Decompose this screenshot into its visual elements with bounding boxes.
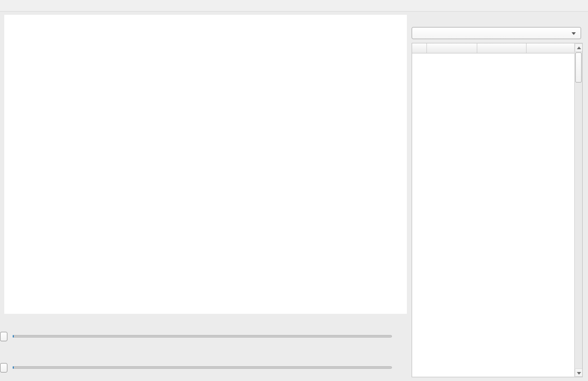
elevation-slider-handle[interactable] xyxy=(0,363,7,373)
column-header-a[interactable] xyxy=(427,43,477,53)
azimuth-slider-track[interactable] xyxy=(13,335,392,338)
table-header xyxy=(412,43,582,53)
azimuth-slider-fill xyxy=(13,335,14,338)
arrow-down-icon xyxy=(577,372,581,375)
menu-file[interactable] xyxy=(0,4,10,6)
scrollbar-thumb[interactable] xyxy=(575,52,582,83)
corner-header-cell xyxy=(412,43,427,53)
column-header-c[interactable] xyxy=(527,43,575,53)
elevation-slider-fill xyxy=(13,366,14,369)
elevation-slider-track[interactable] xyxy=(13,366,392,369)
chevron-down-icon xyxy=(572,32,576,35)
azimuth-slider[interactable] xyxy=(0,332,407,341)
table-vertical-scrollbar[interactable] xyxy=(574,43,582,377)
plot-type-combobox[interactable] xyxy=(412,27,581,39)
menu-about[interactable] xyxy=(10,4,19,6)
data-table[interactable] xyxy=(412,43,583,377)
elevation-slider[interactable] xyxy=(0,363,407,373)
column-header-b[interactable] xyxy=(477,43,527,53)
arrow-up-icon xyxy=(577,47,581,49)
app-window xyxy=(0,0,588,381)
scroll-down-button[interactable] xyxy=(575,368,583,377)
figure-canvas-3d-plot[interactable] xyxy=(4,15,407,314)
azimuth-slider-handle[interactable] xyxy=(0,332,7,341)
scroll-up-button[interactable] xyxy=(575,43,583,52)
menu-bar xyxy=(0,0,588,12)
